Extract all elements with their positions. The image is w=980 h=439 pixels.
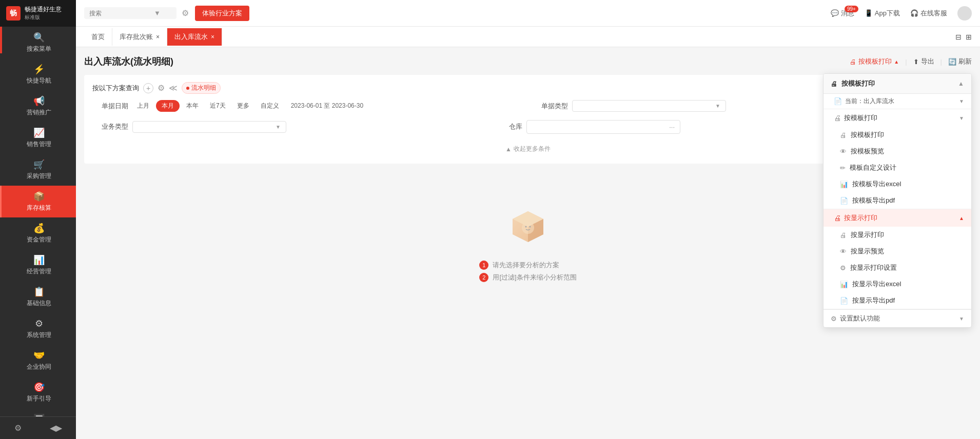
page-actions-divider2: | bbox=[940, 58, 942, 66]
date-btn-more[interactable]: 更多 bbox=[232, 100, 254, 112]
filter-collapse-icon[interactable]: ≪ bbox=[169, 83, 178, 93]
warehouse-more-icon[interactable]: ··· bbox=[669, 123, 675, 131]
tab-expand-area: ⊟ ⊞ bbox=[955, 33, 972, 41]
template-print-header[interactable]: 🖨 按模板打印 ▼ bbox=[824, 109, 971, 127]
dropdown-item-display-settings[interactable]: ⚙ 按显示打印设置 bbox=[824, 260, 971, 276]
sidebar-item-marketing[interactable]: 📢 营销推广 bbox=[0, 90, 76, 122]
sidebar-item-system[interactable]: ⚙ 系统管理 bbox=[0, 313, 76, 345]
dropdown-collapse-icon[interactable]: ▲ bbox=[958, 80, 964, 87]
sidebar-item-guide[interactable]: 🎯 新手引导 bbox=[0, 376, 76, 408]
app-download-btn[interactable]: 📱 App下载 bbox=[865, 9, 900, 18]
content-area: 出入库流水(流水明细) 🖨 按模板打印 ▲ | ⬆ 导出 | 🔄 刷新 bbox=[76, 47, 980, 439]
doctype-select[interactable]: ▼ bbox=[572, 100, 726, 112]
template-section-arrow: ▼ bbox=[959, 115, 964, 121]
sidebar-item-label: 营销推广 bbox=[27, 108, 51, 117]
template-custom-icon: ✏ bbox=[840, 164, 846, 172]
print-dropdown-arrow: ▲ bbox=[894, 59, 899, 65]
template-section-label: 按模板打印 bbox=[844, 113, 877, 123]
dropdown-item-template-preview[interactable]: 👁 按模板预览 bbox=[824, 143, 971, 159]
sidebar-item-label: 库存核算 bbox=[27, 204, 51, 212]
sidebar-item-label: 企业协同 bbox=[27, 363, 51, 371]
settings-icon[interactable]: ⚙ bbox=[14, 423, 22, 433]
sidebar-item-quick-nav[interactable]: ⚡ 快捷导航 bbox=[0, 58, 76, 90]
chart-icon: 📈 bbox=[33, 127, 45, 138]
tab-flow-close[interactable]: × bbox=[211, 33, 214, 41]
customer-service-label: 在线客服 bbox=[920, 9, 947, 18]
tab-home[interactable]: 首页 bbox=[84, 28, 112, 46]
gear-icon: ⚙ bbox=[35, 318, 43, 329]
tab-expand-icon[interactable]: ⊞ bbox=[966, 33, 972, 41]
sidebar-item-enterprise[interactable]: 🤝 企业协同 bbox=[0, 345, 76, 376]
template-pdf-label: 按模板导出pdf bbox=[852, 196, 895, 205]
display-print-header[interactable]: 🖨 按显示打印 ▲ bbox=[824, 209, 971, 227]
template-preview-icon: 👁 bbox=[840, 148, 847, 155]
filter-tag[interactable]: 流水明细 bbox=[182, 82, 221, 94]
sidebar-item-finance[interactable]: 💰 资金管理 bbox=[0, 217, 76, 249]
display-section-arrow: ▲ bbox=[959, 215, 964, 221]
collapse-icon[interactable]: ◀▶ bbox=[50, 423, 62, 433]
filter-settings-icon[interactable]: ⚙ bbox=[158, 83, 165, 93]
dropdown-item-template-custom[interactable]: ✏ 模板自定义设计 bbox=[824, 159, 971, 176]
empty-tip-1: 1 请先选择要分析的方案 bbox=[479, 261, 576, 270]
refresh-btn[interactable]: 🔄 刷新 bbox=[948, 57, 972, 66]
search-dropdown-icon[interactable]: ▼ bbox=[154, 9, 161, 17]
sidebar-item-label: 新手引导 bbox=[27, 394, 51, 403]
date-btn-7days[interactable]: 近7天 bbox=[205, 100, 230, 112]
dropdown-item-template-excel[interactable]: 📊 按模板导出excel bbox=[824, 176, 971, 192]
dropdown-item-display-pdf[interactable]: 📄 按显示导出pdf bbox=[824, 292, 971, 309]
dropdown-item-display-preview[interactable]: 👁 按显示预览 bbox=[824, 243, 971, 260]
dropdown-item-template-pdf[interactable]: 📄 按模板导出pdf bbox=[824, 192, 971, 209]
dropdown-item-template-print[interactable]: 🖨 按模板打印 bbox=[824, 127, 971, 143]
dropdown-item-display-excel[interactable]: 📊 按显示导出excel bbox=[824, 276, 971, 292]
sidebar-item-inventory[interactable]: 📦 库存核算 bbox=[0, 186, 76, 217]
trial-btn[interactable]: 体验行业方案 bbox=[195, 6, 249, 21]
print-template-label: 按模板打印 bbox=[858, 57, 892, 66]
display-excel-icon: 📊 bbox=[840, 281, 848, 288]
messages-btn[interactable]: 💬 消息 99+ bbox=[831, 9, 854, 18]
sidebar: 畅 畅捷通好生意 标准版 🔍 搜索菜单 ⚡ 快捷导航 📢 营销推广 📈 销售管理… bbox=[0, 0, 76, 439]
date-btn-this-year[interactable]: 本年 bbox=[182, 100, 203, 112]
date-btn-prev-month[interactable]: 上月 bbox=[132, 100, 154, 112]
date-btn-custom[interactable]: 自定义 bbox=[256, 100, 284, 112]
page-actions-divider: | bbox=[905, 58, 907, 66]
header-settings-icon[interactable]: ⚙ bbox=[182, 8, 189, 18]
header-search-box[interactable]: ▼ bbox=[84, 7, 177, 19]
biz-type-select[interactable]: ▼ bbox=[132, 121, 286, 133]
display-settings-icon: ⚙ bbox=[840, 264, 846, 272]
date-btn-this-month[interactable]: 本月 bbox=[156, 100, 180, 112]
tab-flow[interactable]: 出入库流水 × bbox=[167, 28, 222, 46]
sidebar-item-label: 采购管理 bbox=[27, 172, 51, 181]
footer-settings-icon: ⚙ bbox=[831, 315, 837, 323]
warehouse-select[interactable]: ··· bbox=[526, 120, 680, 134]
sidebar-item-operations[interactable]: 📊 经营管理 bbox=[0, 249, 76, 281]
sidebar-item-app-center[interactable]: 🔲 应用中心 bbox=[0, 408, 76, 416]
search-input[interactable] bbox=[89, 10, 151, 17]
print-template-btn[interactable]: 🖨 按模板打印 ▲ bbox=[850, 57, 899, 66]
tab-batch-account[interactable]: 库存批次账 × bbox=[112, 28, 167, 46]
display-settings-label: 按显示打印设置 bbox=[850, 263, 897, 272]
tab-batch-close[interactable]: × bbox=[156, 33, 160, 41]
export-btn[interactable]: ⬆ 导出 bbox=[913, 57, 934, 66]
display-excel-label: 按显示导出excel bbox=[852, 280, 901, 289]
biz-type-label: 业务类型 bbox=[92, 122, 128, 131]
sidebar-item-sales[interactable]: 📈 销售管理 bbox=[0, 122, 76, 154]
template-print-item-label: 按模板打印 bbox=[851, 130, 884, 139]
dropdown-footer[interactable]: ⚙ 设置默认功能 ▼ bbox=[824, 309, 971, 327]
customer-service-btn[interactable]: 🎧 在线客服 bbox=[910, 9, 947, 18]
tab-minimize-icon[interactable]: ⊟ bbox=[955, 33, 962, 41]
empty-tip-2: 2 用[过滤]条件来缩小分析范围 bbox=[479, 273, 576, 282]
sidebar-item-purchase[interactable]: 🛒 采购管理 bbox=[0, 154, 76, 186]
search-icon: 🔍 bbox=[33, 32, 45, 43]
svg-point-4 bbox=[525, 226, 527, 228]
user-avatar[interactable] bbox=[957, 6, 972, 21]
sidebar-item-search[interactable]: 🔍 搜索菜单 bbox=[0, 27, 76, 58]
dropdown-item-display-print[interactable]: 🖨 按显示打印 bbox=[824, 227, 971, 243]
sidebar-item-basic[interactable]: 📋 基础信息 bbox=[0, 281, 76, 313]
warehouse-label: 仓库 bbox=[486, 122, 522, 131]
handshake-icon: 🤝 bbox=[33, 350, 45, 361]
display-section-icon: 🖨 bbox=[834, 214, 841, 222]
lightning-icon: ⚡ bbox=[33, 64, 45, 75]
headset-icon: 🎧 bbox=[910, 9, 918, 17]
filter-add-btn[interactable]: + bbox=[143, 83, 153, 93]
tab-home-label: 首页 bbox=[91, 32, 105, 42]
